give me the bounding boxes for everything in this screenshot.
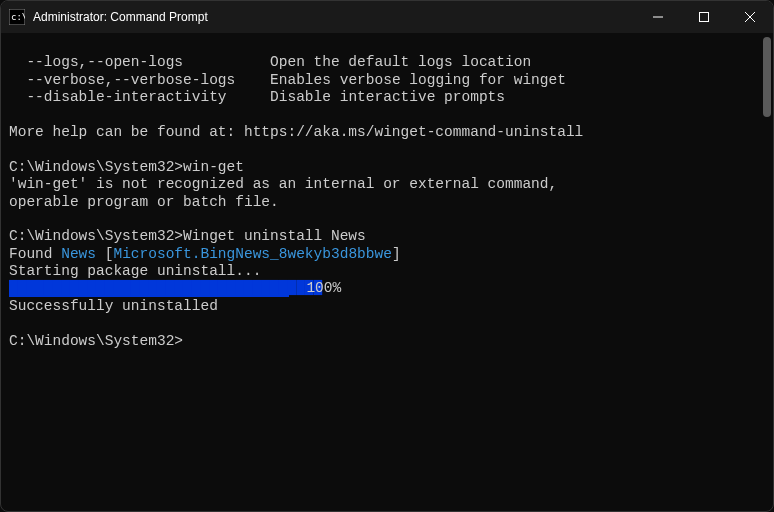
scrollbar-thumb[interactable] <box>763 37 771 117</box>
option-desc: Disable interactive prompts <box>270 89 505 105</box>
maximize-button[interactable] <box>681 1 727 33</box>
error-line: operable program or batch file. <box>9 194 279 210</box>
window-controls <box>635 1 773 33</box>
close-button[interactable] <box>727 1 773 33</box>
option-flag: --logs,--open-logs <box>9 54 183 70</box>
prompt-path: C:\Windows\System32> <box>9 159 183 175</box>
progress-percent: 100% <box>289 281 341 297</box>
svg-text:c:\: c:\ <box>11 12 25 22</box>
minimize-button[interactable] <box>635 1 681 33</box>
package-name: News <box>61 246 96 262</box>
prompt-command: win-get <box>183 159 244 175</box>
help-line: More help can be found at: https://aka.m… <box>9 124 583 140</box>
found-prefix: Found <box>9 246 61 262</box>
status-line: Starting package uninstall... <box>9 263 261 279</box>
option-flag: --verbose,--verbose-logs <box>9 72 235 88</box>
option-desc: Open the default logs location <box>270 54 531 70</box>
bracket: [ <box>96 246 113 262</box>
prompt-path: C:\Windows\System32> <box>9 228 183 244</box>
error-line: 'win-get' is not recognized as an intern… <box>9 176 557 192</box>
progress-bar: ████████████████████████████████████ <box>9 280 289 297</box>
terminal-output[interactable]: --logs,--open-logs Open the default logs… <box>1 33 773 511</box>
scrollbar[interactable] <box>761 33 771 511</box>
success-line: Successfully uninstalled <box>9 298 218 314</box>
cmd-icon: c:\ <box>9 9 25 25</box>
prompt-command: Winget uninstall News <box>183 228 366 244</box>
option-flag: --disable-interactivity <box>9 89 227 105</box>
bracket: ] <box>392 246 401 262</box>
svg-rect-3 <box>700 13 709 22</box>
option-desc: Enables verbose logging for winget <box>270 72 566 88</box>
prompt-path: C:\Windows\System32> <box>9 333 183 349</box>
package-id: Microsoft.BingNews_8wekyb3d8bbwe <box>113 246 391 262</box>
window-title: Administrator: Command Prompt <box>33 10 635 24</box>
titlebar: c:\ Administrator: Command Prompt <box>1 1 773 33</box>
